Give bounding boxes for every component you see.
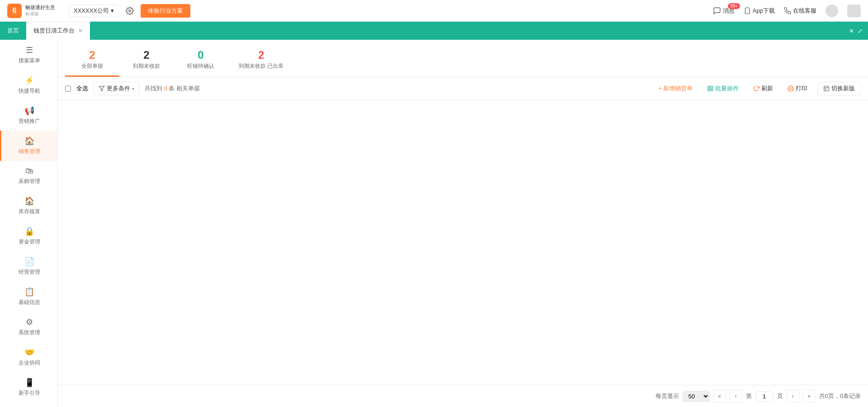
sidebar-item-cooperation[interactable]: 🤝 企业协同 <box>0 342 57 372</box>
stat-all-label: 全部单据 <box>76 62 108 70</box>
select-all-checkbox[interactable] <box>65 86 71 92</box>
sidebar-item-label: 库存核算 <box>19 208 40 215</box>
cooperation-icon: 🤝 <box>24 347 34 357</box>
stat-tab-all[interactable]: 2 全部单据 <box>65 45 119 77</box>
stat-wangpu-label: 旺铺待确认 <box>184 62 217 70</box>
stat-all-number: 2 <box>76 49 108 61</box>
online-service-label: 在线客服 <box>793 7 816 15</box>
filter-button[interactable]: 更多条件 ▾ <box>94 82 139 95</box>
stat-overdue-shipped-number: 2 <box>239 49 283 61</box>
stat-tab-wangpu[interactable]: 0 旺铺待确认 <box>174 45 228 77</box>
sidebar-item-label: 采购管理 <box>19 178 40 185</box>
sidebar-item-label: 搜索菜单 <box>19 57 40 65</box>
switch-icon <box>823 85 830 92</box>
switch-version-button[interactable]: 切换新版 <box>817 82 861 95</box>
last-page-button[interactable]: » <box>803 390 816 402</box>
stat-overdue-number: 2 <box>130 49 163 61</box>
prev-page-button[interactable]: ‹ <box>730 390 742 402</box>
add-sales-order-label: + 新增销货单 <box>658 84 693 93</box>
content-area: 2 全部单据 2 到期未收款 0 旺铺待确认 2 到期未收款 已出库 全选 更多… <box>58 40 868 407</box>
page-word: 第 <box>746 392 752 400</box>
settings-button[interactable] <box>123 4 137 18</box>
top-nav: 6 畅捷通好生意 标准版 XXXXXX公司 ▾ 体验行业方案 消息 99+ Ap… <box>0 0 868 22</box>
search-menu-icon: ☰ <box>26 45 33 55</box>
username-label <box>847 5 861 17</box>
sidebar-item-sales[interactable]: 🏠 销售管理 <box>0 131 57 161</box>
logo-badge: 标准版 <box>25 11 55 17</box>
first-page-button[interactable]: « <box>713 390 726 402</box>
sidebar-item-label: 营销推广 <box>19 117 40 125</box>
logo-title: 畅捷通好生意 <box>25 4 55 10</box>
print-label: 打印 <box>796 84 807 93</box>
print-icon <box>788 85 794 92</box>
sidebar-item-label: 基础信息 <box>19 299 40 306</box>
add-sales-order-button[interactable]: + 新增销货单 <box>654 82 697 95</box>
page-size-select[interactable]: 50 20 100 <box>683 391 710 402</box>
page-number-input[interactable] <box>755 391 774 402</box>
guide-icon: 📱 <box>24 378 34 388</box>
batch-label: 批量操作 <box>715 84 739 93</box>
svg-rect-1 <box>745 8 749 14</box>
tab-home-label: 首页 <box>7 27 19 35</box>
tab-work-station[interactable]: 钱货日清工作台 ✕ <box>26 22 90 40</box>
page-suffix: 页 <box>777 392 783 400</box>
svg-rect-8 <box>789 89 793 91</box>
sidebar-item-label: 系统管理 <box>19 329 40 337</box>
batch-operation-button[interactable]: 批量操作 <box>703 82 743 95</box>
sidebar-item-purchase[interactable]: 🛍 采购管理 <box>0 161 57 191</box>
sidebar-item-quick-nav[interactable]: ⚡ 快捷导航 <box>0 70 57 100</box>
system-icon: ⚙ <box>26 317 33 327</box>
sidebar-item-inventory[interactable]: 🏠 库存核算 <box>0 191 57 221</box>
sidebar-item-marketing[interactable]: 📢 营销推广 <box>0 100 57 131</box>
refresh-icon <box>753 85 760 92</box>
main-layout: ☰ 搜索菜单 ⚡ 快捷导航 📢 营销推广 🏠 销售管理 🛍 采购管理 🏠 库存核… <box>0 40 868 407</box>
stat-overdue-label: 到期未收款 <box>130 62 163 70</box>
sidebar-item-app-center[interactable]: 🎁 应用中心 <box>0 402 57 407</box>
batch-icon <box>707 85 713 92</box>
sidebar-item-search-menu[interactable]: ☰ 搜索菜单 <box>0 40 57 70</box>
top-right-area: 消息 99+ App下载 在线客服 <box>713 5 861 17</box>
refresh-button[interactable]: 刷新 <box>749 82 778 95</box>
sidebar-item-basic-info[interactable]: 📋 基础信息 <box>0 281 57 312</box>
next-page-button[interactable]: › <box>787 390 799 402</box>
messages-button[interactable]: 消息 99+ <box>713 7 735 15</box>
logo-icon: 6 <box>7 4 22 18</box>
total-text: 共0页，0条记录 <box>819 392 861 400</box>
tab-expand-area: ✕ ⤢ <box>844 28 868 34</box>
trial-button[interactable]: 体验行业方案 <box>141 4 190 18</box>
svg-point-0 <box>129 9 131 12</box>
stats-tabs: 2 全部单据 2 到期未收款 0 旺铺待确认 2 到期未收款 已出库 <box>58 40 868 77</box>
chevron-down-icon: ▾ <box>111 7 114 14</box>
switch-label: 切换新版 <box>831 84 855 93</box>
stat-overdue-shipped-label: 到期未收款 已出库 <box>239 62 283 70</box>
filter-icon <box>99 85 105 92</box>
table-area <box>58 100 868 385</box>
svg-rect-5 <box>711 86 712 88</box>
sales-icon: 🏠 <box>24 136 34 146</box>
sidebar-item-finance[interactable]: 🔒 资金管理 <box>0 221 57 251</box>
print-button[interactable]: 打印 <box>783 82 812 95</box>
stat-tab-overdue[interactable]: 2 到期未收款 <box>119 45 174 77</box>
sidebar-item-label: 销售管理 <box>19 148 40 155</box>
company-selector[interactable]: XXXXXX公司 ▾ <box>69 5 119 17</box>
svg-rect-9 <box>824 86 829 91</box>
sidebar-item-guide[interactable]: 📱 新手引导 <box>0 372 57 402</box>
svg-rect-7 <box>711 89 712 91</box>
app-download-button[interactable]: App下载 <box>744 7 775 15</box>
purchase-icon: 🛍 <box>25 166 33 176</box>
sidebar: ☰ 搜索菜单 ⚡ 快捷导航 📢 营销推广 🏠 销售管理 🛍 采购管理 🏠 库存核… <box>0 40 58 407</box>
tab-close-icon[interactable]: ✕ <box>78 28 83 34</box>
filter-btn-label: 更多条件 <box>107 84 130 93</box>
sidebar-item-label: 快捷导航 <box>19 87 40 95</box>
stat-tab-overdue-shipped[interactable]: 2 到期未收款 已出库 <box>228 45 294 77</box>
tab-home[interactable]: 首页 <box>0 22 26 40</box>
sidebar-item-operations[interactable]: 📄 经营管理 <box>0 251 57 281</box>
tab-maximize-icon[interactable]: ⤢ <box>858 28 863 34</box>
sidebar-item-system[interactable]: ⚙ 系统管理 <box>0 312 57 342</box>
tab-minimize-icon[interactable]: ✕ <box>849 28 854 34</box>
company-name: XXXXXX公司 <box>74 7 109 15</box>
logo-area: 6 畅捷通好生意 标准版 <box>7 4 65 18</box>
avatar[interactable] <box>826 5 838 17</box>
online-service-button[interactable]: 在线客服 <box>784 7 816 15</box>
sidebar-item-label: 资金管理 <box>19 238 40 246</box>
